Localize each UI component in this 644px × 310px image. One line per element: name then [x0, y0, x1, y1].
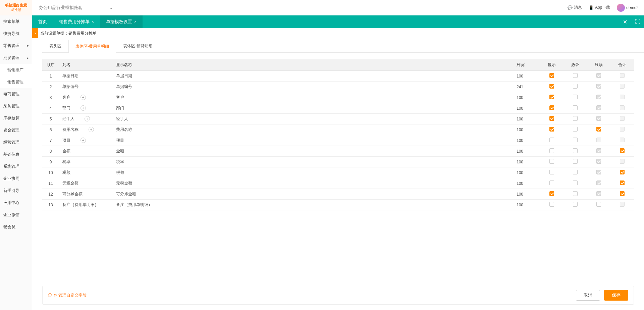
show-checkbox[interactable]: [549, 202, 554, 207]
cell-width[interactable]: 100: [513, 92, 540, 103]
add-column-icon[interactable]: +: [80, 138, 86, 143]
save-button[interactable]: 保存: [604, 290, 628, 301]
show-checkbox[interactable]: [549, 105, 554, 110]
sidebar-item-5[interactable]: 销售管理: [0, 76, 32, 88]
workspace-selector[interactable]: 办公用品行业模拟账套 ⌄: [39, 5, 113, 11]
req-checkbox[interactable]: [573, 116, 578, 121]
tot-checkbox[interactable]: [620, 148, 625, 153]
sidebar-item-8[interactable]: 库存核算: [0, 112, 32, 124]
cell-width[interactable]: 100: [513, 124, 540, 135]
req-checkbox[interactable]: [573, 180, 578, 185]
cell-display-name[interactable]: 备注（费用单明细）: [113, 200, 513, 210]
show-checkbox[interactable]: [549, 138, 554, 142]
cell-width[interactable]: 100: [513, 135, 540, 146]
show-checkbox[interactable]: [549, 73, 554, 78]
tab-1[interactable]: 销售费用分摊单×: [53, 15, 100, 28]
sidebar-item-14[interactable]: 新手引导: [0, 185, 32, 197]
user-menu[interactable]: demo2: [617, 4, 639, 12]
cell-width[interactable]: 100: [513, 114, 540, 124]
cell-width[interactable]: 241: [513, 82, 540, 92]
cell-width[interactable]: 100: [513, 200, 540, 210]
cell-display-name[interactable]: 费用名称: [113, 124, 513, 135]
cell-width[interactable]: 100: [513, 157, 540, 167]
sidebar-item-10[interactable]: 经营管理: [0, 136, 32, 148]
show-checkbox[interactable]: [549, 127, 554, 132]
sidebar-item-6[interactable]: 电商管理: [0, 88, 32, 100]
cell-display-name[interactable]: 经手人: [113, 114, 513, 124]
app-download-button[interactable]: 📱 App下载: [589, 5, 610, 10]
sidebar-item-17[interactable]: 畅会员: [0, 221, 32, 233]
messages-button[interactable]: 💬 消息: [568, 5, 582, 10]
close-icon[interactable]: ×: [134, 19, 137, 24]
add-column-icon[interactable]: +: [80, 95, 86, 100]
req-checkbox[interactable]: [573, 105, 578, 110]
cell-display-name[interactable]: 无税金额: [113, 178, 513, 189]
tot-checkbox[interactable]: [620, 180, 625, 185]
inner-tab-0[interactable]: 表头区: [42, 40, 68, 52]
tab-2[interactable]: 单据模板设置×: [100, 15, 143, 28]
cell-display-name[interactable]: 部门: [113, 103, 513, 114]
cell-width[interactable]: 100: [513, 146, 540, 157]
req-checkbox[interactable]: [573, 138, 578, 142]
cell-display-name[interactable]: 金额: [113, 146, 513, 157]
show-checkbox[interactable]: [549, 116, 554, 121]
cell-width[interactable]: 100: [513, 71, 540, 82]
req-checkbox[interactable]: [573, 84, 578, 89]
sidebar-item-13[interactable]: 企业协同: [0, 172, 32, 185]
fullscreen-icon[interactable]: ⛶: [631, 15, 644, 28]
sidebar-item-1[interactable]: 快捷导航: [0, 28, 32, 40]
cancel-button[interactable]: 取消: [576, 290, 600, 301]
cell-display-name[interactable]: 单据日期: [113, 71, 513, 82]
show-checkbox[interactable]: [549, 191, 554, 196]
show-checkbox[interactable]: [549, 170, 554, 174]
req-checkbox[interactable]: [573, 191, 578, 196]
close-tabs-icon[interactable]: ✕: [619, 15, 631, 28]
sidebar-item-11[interactable]: 基础信息: [0, 148, 32, 160]
manage-custom-fields-link[interactable]: ⓘ ⚙ 管理自定义字段: [48, 293, 87, 298]
req-checkbox[interactable]: [573, 170, 578, 174]
sidebar-item-15[interactable]: 应用中心: [0, 197, 32, 209]
req-checkbox[interactable]: [573, 202, 578, 207]
cell-display-name[interactable]: 税额: [113, 167, 513, 178]
sidebar-item-2[interactable]: 零售管理▾: [0, 40, 32, 52]
tab-0[interactable]: 首页: [32, 15, 53, 28]
req-checkbox[interactable]: [573, 127, 578, 132]
req-checkbox[interactable]: [573, 159, 578, 164]
req-checkbox[interactable]: [573, 148, 578, 153]
inner-tab-1[interactable]: 表体区-费用单明细: [68, 40, 116, 53]
sidebar-item-12[interactable]: 系统管理: [0, 160, 32, 172]
add-column-icon[interactable]: +: [80, 105, 86, 111]
sidebar-item-7[interactable]: 采购管理: [0, 100, 32, 112]
tab-label: 销售费用分摊单: [59, 19, 90, 25]
cell-width[interactable]: 100: [513, 103, 540, 114]
ro-checkbox[interactable]: [596, 127, 601, 132]
cell-width[interactable]: 100: [513, 189, 540, 200]
sidebar-item-9[interactable]: 资金管理: [0, 124, 32, 136]
add-column-icon[interactable]: +: [89, 127, 94, 132]
tot-checkbox[interactable]: [620, 170, 625, 174]
sidebar-item-3[interactable]: 批发管理▴: [0, 52, 32, 64]
show-checkbox[interactable]: [549, 180, 554, 185]
req-checkbox[interactable]: [573, 95, 578, 99]
cell-display-name[interactable]: 客户: [113, 92, 513, 103]
show-checkbox[interactable]: [549, 95, 554, 99]
cell-display-name[interactable]: 可分摊金额: [113, 189, 513, 200]
cell-width[interactable]: 100: [513, 167, 540, 178]
cell-width[interactable]: 100: [513, 178, 540, 189]
show-checkbox[interactable]: [549, 159, 554, 164]
inner-tab-2[interactable]: 表体区-销货明细: [116, 40, 160, 52]
ro-checkbox[interactable]: [596, 202, 601, 207]
show-checkbox[interactable]: [549, 84, 554, 89]
sidebar-item-4[interactable]: 营销推广: [0, 64, 32, 76]
sidebar-item-16[interactable]: 企业微信: [0, 209, 32, 221]
sidebar-item-0[interactable]: 搜索菜单: [0, 15, 32, 28]
tot-checkbox[interactable]: [620, 191, 625, 196]
req-checkbox[interactable]: [573, 73, 578, 78]
cell-display-name[interactable]: 单据编号: [113, 82, 513, 92]
show-checkbox[interactable]: [549, 148, 554, 153]
add-column-icon[interactable]: +: [85, 116, 90, 121]
collapse-toggle-icon[interactable]: ›: [32, 28, 38, 38]
cell-display-name[interactable]: 项目: [113, 135, 513, 146]
cell-display-name[interactable]: 税率: [113, 157, 513, 167]
close-icon[interactable]: ×: [92, 19, 94, 24]
